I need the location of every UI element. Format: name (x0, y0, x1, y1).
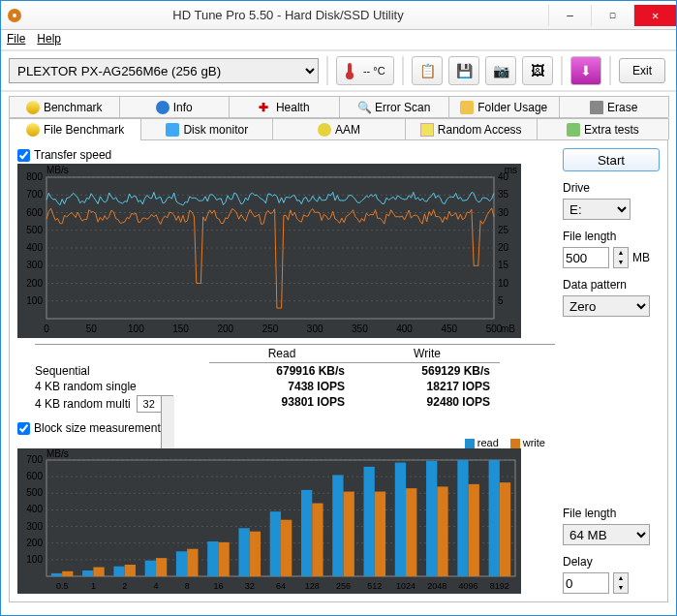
menubar: File Help (1, 30, 676, 49)
separator (326, 56, 328, 85)
menu-file[interactable]: File (7, 32, 25, 47)
svg-text:64: 64 (276, 581, 286, 591)
save-info-button[interactable]: 💾 (448, 56, 479, 85)
temperature-button[interactable]: -- °C (336, 56, 394, 85)
tab-extra-tests[interactable]: Extra tests (537, 118, 669, 139)
maximize-button[interactable] (591, 5, 633, 26)
speaker-icon (318, 123, 331, 137)
delay-label: Delay (563, 555, 660, 569)
block-size-checkbox[interactable]: Block size measurement (17, 421, 555, 435)
svg-text:250: 250 (262, 323, 279, 334)
drive-select[interactable]: E: (563, 199, 631, 220)
svg-text:256: 256 (336, 581, 351, 591)
results-write-value: 569129 KB/s (354, 363, 500, 379)
tab-random-access[interactable]: Random Access (405, 118, 538, 139)
svg-rect-59 (51, 573, 62, 576)
legend-read-swatch (465, 439, 475, 448)
legend-write-swatch (510, 439, 520, 448)
extra-icon (567, 123, 580, 137)
svg-text:0.5: 0.5 (56, 581, 69, 591)
copy-screenshot-button[interactable]: 🖼 (522, 56, 553, 85)
tab-benchmark[interactable]: Benchmark (9, 96, 120, 117)
svg-rect-101 (489, 460, 500, 576)
transfer-speed-check[interactable] (17, 149, 30, 162)
tab-health[interactable]: ✚Health (229, 96, 340, 117)
transfer-speed-chart: 1002003004005006007008005101520253035400… (17, 164, 555, 338)
copy-icon: 📋 (419, 63, 436, 78)
svg-rect-92 (395, 463, 406, 576)
multi-value-input[interactable] (138, 396, 161, 412)
start-button[interactable]: Start (563, 148, 660, 171)
svg-rect-63 (93, 568, 104, 576)
svg-rect-78 (250, 532, 261, 576)
svg-text:128: 128 (305, 581, 320, 591)
svg-text:400: 400 (26, 505, 43, 515)
delay-spinner[interactable]: ▲▼ (613, 572, 629, 594)
file-length-spinner[interactable]: ▲▼ (613, 247, 629, 268)
menu-help[interactable]: Help (37, 32, 61, 47)
svg-text:300: 300 (307, 323, 323, 334)
tab-folder-usage[interactable]: Folder Usage (448, 96, 560, 117)
svg-text:200: 200 (26, 278, 43, 289)
svg-text:600: 600 (26, 471, 43, 481)
block-size-check[interactable] (17, 422, 30, 435)
svg-text:200: 200 (217, 323, 233, 334)
monitor-icon (166, 123, 179, 137)
close-button[interactable] (633, 5, 676, 26)
minimize-button[interactable] (548, 5, 591, 26)
svg-text:ms: ms (505, 165, 517, 175)
svg-text:25: 25 (498, 225, 509, 235)
bar-chart-legend: read write (17, 437, 555, 448)
tab-info[interactable]: Info (119, 96, 231, 117)
svg-text:350: 350 (352, 323, 368, 334)
file-length2-select[interactable]: 64 MB (563, 524, 650, 545)
svg-text:35: 35 (498, 189, 509, 200)
tabs-row-2: File Benchmark Disk monitor AAM Random A… (9, 118, 668, 140)
svg-text:15: 15 (498, 260, 509, 270)
delay-input[interactable] (563, 572, 609, 594)
tab-error-scan[interactable]: 🔍Error Scan (339, 96, 450, 117)
svg-rect-98 (457, 460, 468, 576)
svg-text:512: 512 (367, 581, 382, 591)
tab-disk-monitor[interactable]: Disk monitor (140, 118, 273, 139)
svg-text:300: 300 (26, 521, 43, 532)
random-icon (420, 123, 434, 137)
copy-info-button[interactable]: 📋 (412, 56, 443, 85)
separator (561, 56, 563, 85)
file-length-unit: MB (632, 251, 650, 264)
data-pattern-select[interactable]: Zero (563, 295, 650, 317)
tab-file-benchmark[interactable]: File Benchmark (9, 118, 141, 139)
svg-text:500: 500 (26, 487, 43, 498)
screenshot-button[interactable]: 📷 (485, 56, 516, 85)
results-row-label: Sequential (35, 364, 90, 378)
clipboard-image-icon: 🖼 (531, 63, 544, 78)
svg-rect-72 (187, 549, 198, 576)
camera-icon: 📷 (493, 63, 509, 78)
exit-button[interactable]: Exit (619, 58, 665, 83)
svg-rect-89 (364, 467, 375, 576)
svg-text:2: 2 (122, 581, 127, 591)
svg-text:8: 8 (185, 581, 190, 591)
svg-rect-86 (332, 476, 343, 577)
svg-rect-83 (301, 490, 312, 576)
titlebar: HD Tune Pro 5.50 - Hard Disk/SSD Utility (1, 1, 676, 30)
results-row-label: 4 KB random single (35, 380, 137, 393)
save-icon: 💾 (456, 63, 473, 78)
separator (609, 56, 611, 85)
file-length-input[interactable] (563, 247, 609, 268)
svg-rect-66 (125, 565, 136, 576)
transfer-speed-checkbox[interactable]: Transfer speed (17, 148, 555, 162)
svg-text:20: 20 (498, 242, 509, 253)
app-icon (7, 8, 22, 23)
device-select[interactable]: PLEXTOR PX-AG256M6e (256 gB) (9, 58, 319, 83)
results-write-value: 18217 IOPS (354, 379, 500, 394)
multi-spinner[interactable]: ▲▼ (137, 395, 173, 413)
tab-erase[interactable]: Erase (559, 96, 670, 117)
svg-text:8192: 8192 (490, 581, 509, 591)
svg-text:1024: 1024 (396, 581, 415, 591)
options-button[interactable]: ⬇ (570, 56, 601, 85)
svg-text:5: 5 (498, 295, 504, 306)
tab-aam[interactable]: AAM (272, 118, 405, 139)
header-read: Read (209, 345, 354, 363)
svg-rect-69 (156, 558, 167, 576)
